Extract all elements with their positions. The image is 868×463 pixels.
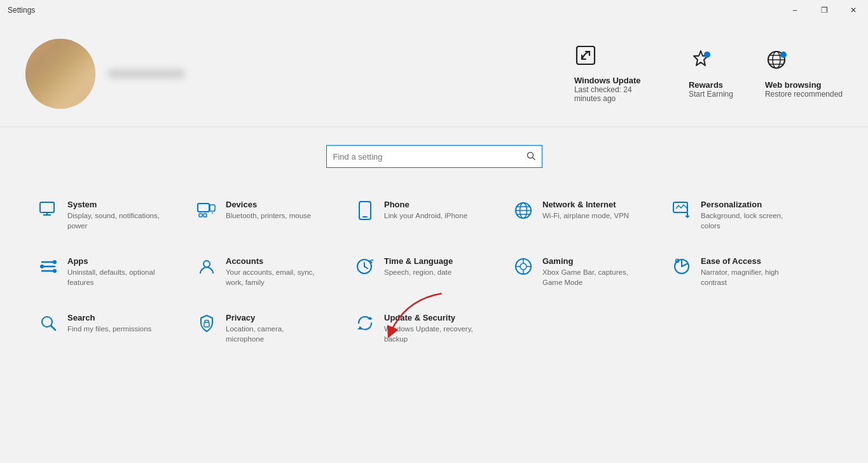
gaming-icon: [513, 258, 534, 280]
settings-sub-gaming: Xbox Game Bar, captures, Game Mode: [542, 267, 638, 287]
svg-rect-10: [40, 202, 54, 212]
settings-item-devices[interactable]: Devices Bluetooth, printers, mouse: [196, 187, 355, 244]
settings-item-system[interactable]: System Display, sound, notifications, po…: [38, 187, 196, 244]
quick-link-windows-update[interactable]: Windows Update Last checked: 24 minutes …: [574, 44, 657, 103]
settings-sub-privacy: Location, camera, microphone: [226, 324, 321, 344]
settings-sub-network: Wi-Fi, airplane mode, VPN: [542, 211, 629, 221]
settings-title-accounts: Accounts: [226, 256, 321, 266]
settings-item-accounts[interactable]: Accounts Your accounts, email, sync, wor…: [196, 244, 355, 300]
settings-title-system: System: [67, 200, 163, 209]
network-icon: [513, 201, 534, 225]
settings-item-apps[interactable]: Apps Uninstall, defaults, optional featu…: [38, 244, 196, 300]
settings-title-apps: Apps: [67, 256, 163, 266]
privacy-icon: [196, 314, 217, 338]
svg-rect-16: [210, 205, 215, 211]
svg-point-38: [520, 263, 527, 270]
devices-icon: [196, 201, 217, 223]
update-icon: [355, 314, 375, 336]
profile-name: [108, 70, 184, 78]
quick-link-web-browsing[interactable]: Web browsing Restore recommended: [765, 48, 843, 99]
settings-title-ease-of-access: Ease of Access: [701, 256, 796, 266]
settings-sub-system: Display, sound, notifications, power: [67, 211, 163, 231]
settings-title-phone: Phone: [384, 200, 467, 209]
avatar: [25, 39, 95, 109]
settings-item-phone[interactable]: Phone Link your Android, iPhone: [355, 187, 513, 244]
windows-update-title: Windows Update: [574, 76, 641, 85]
settings-item-gaming[interactable]: Gaming Xbox Game Bar, captures, Game Mod…: [513, 244, 672, 300]
phone-icon: [355, 201, 375, 225]
time-icon: [355, 258, 375, 280]
settings-item-personalization[interactable]: Personalization Background, lock screen,…: [672, 187, 830, 244]
accounts-icon: [196, 258, 217, 280]
settings-sub-devices: Bluetooth, printers, mouse: [226, 211, 311, 221]
search-icon: [38, 314, 59, 336]
svg-point-30: [53, 260, 57, 264]
ease-icon: [672, 258, 692, 280]
windows-update-icon: [574, 44, 597, 72]
app-title: Settings: [8, 6, 35, 15]
settings-title-devices: Devices: [226, 200, 311, 209]
svg-point-1: [704, 52, 710, 58]
title-bar: Settings – ❐ ✕: [0, 0, 868, 20]
svg-point-31: [40, 265, 44, 268]
settings-title-personalization: Personalization: [701, 200, 796, 209]
svg-rect-13: [198, 204, 209, 212]
avatar-image: [25, 39, 95, 109]
settings-item-time-language[interactable]: Time & Language Speech, region, date: [355, 244, 513, 300]
settings-item-privacy[interactable]: Privacy Location, camera, microphone: [196, 300, 355, 357]
svg-line-9: [532, 157, 535, 160]
settings-sub-personalization: Background, lock screen, colors: [701, 211, 796, 231]
settings-title-time-language: Time & Language: [384, 256, 453, 266]
personalization-icon: [672, 201, 692, 223]
settings-sub-ease-of-access: Narrator, magnifier, high contrast: [701, 267, 796, 287]
settings-item-search[interactable]: Search Find my files, permissions: [38, 300, 196, 357]
rewards-sub: Start Earning: [689, 90, 733, 99]
svg-point-32: [53, 269, 57, 273]
svg-rect-47: [204, 322, 209, 327]
settings-sub-phone: Link your Android, iPhone: [384, 211, 467, 221]
settings-item-update-security[interactable]: Update & Security Windows Update, recove…: [355, 300, 513, 357]
settings-sub-time-language: Speech, region, date: [384, 267, 453, 277]
svg-line-36: [364, 266, 368, 268]
settings-title-privacy: Privacy: [226, 313, 321, 322]
settings-title-gaming: Gaming: [542, 256, 638, 266]
system-icon: [38, 201, 59, 223]
maximize-button[interactable]: ❐: [809, 0, 839, 20]
settings-sub-accounts: Your accounts, email, sync, work, family: [226, 267, 321, 287]
rewards-icon: [689, 48, 713, 76]
svg-rect-14: [199, 214, 202, 217]
settings-title-network: Network & Internet: [542, 200, 629, 209]
profile-section: [25, 39, 184, 109]
close-button[interactable]: ✕: [839, 0, 868, 20]
search-box: [326, 145, 542, 168]
search-input[interactable]: [333, 152, 527, 162]
settings-title-search: Search: [67, 313, 151, 322]
quick-links: Windows Update Last checked: 24 minutes …: [574, 44, 843, 103]
apps-icon: [38, 258, 59, 280]
settings-item-ease-of-access[interactable]: Ease of Access Narrator, magnifier, high…: [672, 244, 830, 300]
search-area: [0, 127, 868, 181]
settings-sub-update-security: Windows Update, recovery, backup: [384, 324, 479, 344]
web-browsing-sub: Restore recommended: [765, 90, 843, 99]
svg-point-33: [203, 261, 210, 267]
settings-title-update-security: Update & Security: [384, 313, 479, 322]
minimize-button[interactable]: –: [780, 0, 809, 20]
settings-sub-apps: Uninstall, defaults, optional features: [67, 267, 163, 287]
windows-update-sub: Last checked: 24 minutes ago: [574, 85, 657, 103]
header-area: Windows Update Last checked: 24 minutes …: [0, 20, 868, 127]
rewards-title: Rewards: [689, 80, 723, 90]
quick-link-rewards[interactable]: Rewards Start Earning: [689, 48, 733, 99]
svg-rect-0: [577, 46, 595, 64]
settings-sub-search: Find my files, permissions: [67, 324, 151, 334]
web-browsing-title: Web browsing: [765, 80, 822, 90]
web-browsing-icon: [765, 48, 789, 76]
svg-rect-15: [203, 214, 207, 217]
window-controls: – ❐ ✕: [780, 0, 868, 20]
svg-line-46: [51, 326, 55, 330]
search-button[interactable]: [527, 151, 535, 162]
svg-point-7: [780, 52, 787, 58]
settings-item-network[interactable]: Network & Internet Wi-Fi, airplane mode,…: [513, 187, 672, 244]
settings-grid: System Display, sound, notifications, po…: [0, 181, 868, 357]
